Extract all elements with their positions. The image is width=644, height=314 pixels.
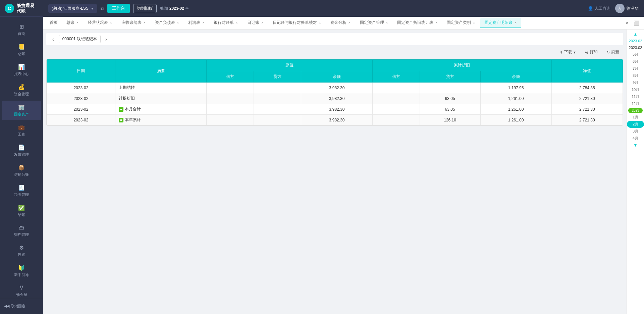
tab-close-icon[interactable]: × [514, 20, 517, 25]
sidebar-item-label: 税务管理 [14, 192, 29, 197]
cell-accum-credit [420, 83, 480, 93]
sidebar-nav: ⊞ 首页 📒 总账 📊 报表中心 💰 资金管理 🏢 固定资产 💼 工资 [0, 17, 43, 298]
cell-accum-debit [372, 83, 420, 93]
cell-date: 2023-02 [47, 115, 115, 125]
sidebar-item-closing[interactable]: ✅ 结账 [2, 201, 41, 221]
date-nav-year-2023-2[interactable]: 2023.02 [628, 44, 643, 51]
company-selector[interactable]: (勿动) 江西服查-LSS ▼ [48, 4, 97, 13]
sidebar-item-label: 畅会员 [16, 292, 27, 297]
tab-receivables[interactable]: 应收账龄表 × [117, 18, 150, 28]
date-nav-year-2023-1[interactable]: 2023.02 [628, 38, 643, 44]
avatar: 人 [615, 4, 625, 13]
tab-fa-detail[interactable]: 固定资产明细账 × [480, 18, 521, 28]
sidebar-item-payroll[interactable]: 💼 工资 [2, 121, 41, 140]
sidebar-item-ledger[interactable]: 📒 总账 [2, 40, 41, 60]
tab-bank-reconcile[interactable]: 日记账与银行对账单核对 × [269, 18, 326, 28]
period-info: 账期 2023-02 ✏ [160, 6, 189, 11]
tab-close-icon[interactable]: × [318, 20, 322, 25]
tab-close-icon[interactable]: × [261, 20, 264, 25]
sidebar-item-sales[interactable]: 📦 进销台账 [2, 161, 41, 180]
table-row: 2023-02 计提折旧 3,982.30 63.05 1,261.00 2,7… [47, 93, 623, 104]
cell-orig-debit [207, 104, 254, 115]
col-accum-balance: 余额 [480, 71, 551, 83]
tab-bank[interactable]: 银行对账单 × [210, 18, 243, 28]
tab-close-icon[interactable]: × [235, 20, 238, 25]
sidebar-item-guide[interactable]: 🔰 新手引导 [2, 261, 41, 281]
logo-text: 畅捷通易代账 [17, 3, 38, 13]
date-nav-month-12[interactable]: 12月 [627, 100, 644, 107]
avatar-area[interactable]: 人 徐泽华 [615, 4, 639, 13]
tab-close-icon[interactable]: × [472, 20, 476, 25]
date-nav-month-1[interactable]: 1月 [627, 114, 644, 121]
logo-icon: C [5, 4, 14, 13]
sidebar-item-home[interactable]: ⊞ 首页 [2, 20, 41, 40]
breadcrumb-forward-icon[interactable]: › [103, 35, 109, 43]
closing-icon: ✅ [18, 205, 25, 211]
pin-toggle[interactable]: ◀◀ 取消固定 [2, 302, 41, 311]
cell-orig-credit [254, 93, 301, 104]
date-nav-month-7[interactable]: 7月 [627, 65, 644, 72]
cell-desc: 计提折旧 [115, 93, 207, 104]
tab-operations[interactable]: 经营状况表 × [84, 18, 117, 28]
sidebar-item-label: 报表中心 [14, 71, 29, 76]
tab-close-icon[interactable]: × [202, 20, 205, 25]
nav-down-button[interactable]: ▼ [633, 142, 639, 149]
date-nav-month-3[interactable]: 3月 [627, 128, 644, 135]
tab-close-icon[interactable]: × [109, 20, 113, 25]
breadcrumb-back-icon[interactable]: ‹ [50, 35, 56, 43]
date-nav-month-2[interactable]: 2月 [627, 121, 644, 128]
date-nav-month-11[interactable]: 11月 [627, 93, 644, 100]
sidebar-item-reports[interactable]: 📊 报表中心 [2, 60, 41, 80]
tab-fund-analysis[interactable]: 资金分析 × [326, 18, 355, 28]
tab-close-icon[interactable]: × [385, 20, 389, 25]
toolbar: ⬇ 下载 ▾ 🖨 打印 ↻ 刷新 [46, 48, 623, 56]
tab-close-icon[interactable]: × [143, 20, 146, 25]
sidebar-item-funds[interactable]: 💰 资金管理 [2, 81, 41, 100]
breadcrumb-item[interactable]: 000001 联想笔记本 [59, 35, 101, 43]
sidebar-item-fixed-assets[interactable]: 🏢 固定资产 [2, 101, 41, 120]
date-nav-month-8[interactable]: 8月 [627, 72, 644, 79]
tab-close-all-icon[interactable]: × [624, 19, 630, 27]
cell-orig-balance: 3,982.30 [301, 104, 372, 115]
download-button[interactable]: ⬇ 下载 ▾ [557, 48, 578, 56]
tab-close-icon[interactable]: × [76, 20, 79, 25]
date-nav-month-6[interactable]: 6月 [627, 58, 644, 65]
cell-orig-credit [254, 104, 301, 115]
period-edit-icon[interactable]: ✏ [185, 6, 189, 11]
tab-fa-depreciation[interactable]: 固定资产折旧统计表 × [393, 18, 442, 28]
tab-close-icon[interactable]: × [348, 20, 351, 25]
tab-ledger[interactable]: 总账 × [62, 18, 83, 28]
sidebar-item-vip[interactable]: V 畅会员 [2, 281, 41, 298]
print-button[interactable]: 🖨 打印 [582, 48, 600, 56]
date-nav-month-5[interactable]: 5月 [627, 51, 644, 58]
refresh-button[interactable]: ↻ 刷新 [604, 48, 622, 56]
tab-close-icon[interactable]: × [176, 20, 180, 25]
chevron-down-icon: ▼ [91, 7, 94, 10]
date-nav-year-badge: 2023 [628, 108, 643, 113]
tab-close-icon[interactable]: × [435, 20, 438, 25]
chevron-down-icon: ▾ [574, 50, 576, 55]
tab-expand-icon[interactable]: ⬜ [632, 19, 641, 27]
sidebar-item-tax[interactable]: 🧾 税务管理 [2, 181, 41, 201]
sidebar-item-settings[interactable]: ⚙ 设置 [2, 241, 41, 261]
tab-fa-mgmt[interactable]: 固定资产管理 × [356, 18, 393, 28]
cell-accum-debit [372, 115, 420, 125]
sidebar-item-archive[interactable]: 🗃 归档管理 [2, 221, 41, 241]
tab-fa-category[interactable]: 固定资产类别 × [443, 18, 480, 28]
date-nav-month-4[interactable]: 4月 [627, 135, 644, 142]
tab-balance[interactable]: 资产负债表 × [151, 18, 184, 28]
cell-desc: ■本月合计 [115, 104, 207, 115]
copy-icon[interactable]: ⧉ [101, 6, 104, 11]
workbench-button[interactable]: 工作台 [107, 4, 130, 13]
tab-home[interactable]: 首页 [46, 18, 62, 28]
consult-button[interactable]: 👤 人工咨询 [588, 6, 610, 11]
switch-version-button[interactable]: 切到旧版 [133, 4, 157, 13]
tab-bar: 首页 总账 × 经营状况表 × 应收账龄表 × 资产负债表 × 利润表 × [43, 17, 644, 30]
nav-up-button[interactable]: ▲ [633, 31, 639, 38]
date-nav-month-9[interactable]: 9月 [627, 79, 644, 86]
tab-journal[interactable]: 日记账 × [243, 18, 268, 28]
date-nav-month-10[interactable]: 10月 [627, 86, 644, 93]
top-bar: (勿动) 江西服查-LSS ▼ ⧉ 工作台 切到旧版 账期 2023-02 ✏ … [43, 0, 644, 17]
tab-profit[interactable]: 利润表 × [184, 18, 209, 28]
sidebar-item-invoice[interactable]: 📄 发票管理 [2, 141, 41, 160]
